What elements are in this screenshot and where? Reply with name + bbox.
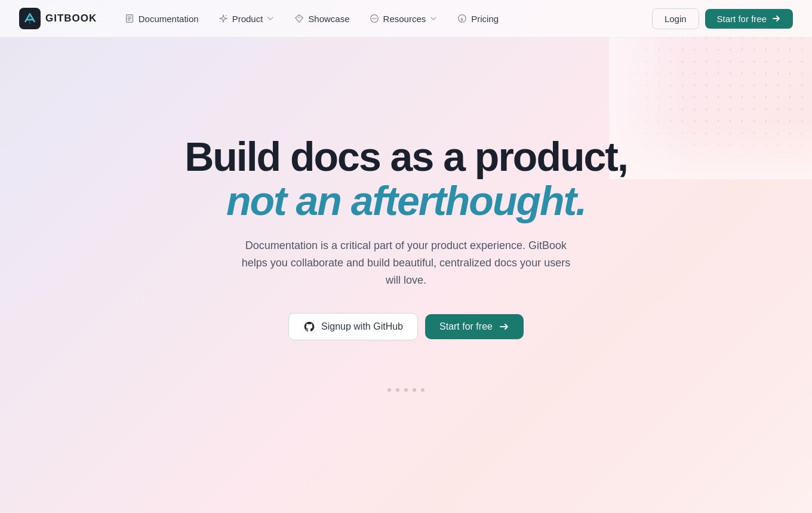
hero-title-line2: not an afterthought. <box>226 178 586 223</box>
navbar: GITBOOK Documentation Product <box>0 0 812 38</box>
hero-subtitle: Documentation is a critical part of your… <box>233 237 579 288</box>
logo[interactable]: GITBOOK <box>19 8 97 29</box>
product-chevron-icon <box>266 14 275 23</box>
github-signup-label: Signup with GitHub <box>321 321 403 332</box>
sparkle-icon <box>218 13 229 24</box>
circle-dots-icon <box>369 13 380 24</box>
svg-text:$: $ <box>461 17 464 22</box>
resources-chevron-icon <box>429 14 438 23</box>
login-button[interactable]: Login <box>652 8 699 29</box>
nav-item-pricing[interactable]: $ Pricing <box>448 8 507 29</box>
nav-documentation-label: Documentation <box>139 14 199 24</box>
nav-links: Documentation Product Showcase <box>116 8 507 29</box>
hero-title: Build docs as a product, not an aftertho… <box>184 135 628 223</box>
hero-title-line1: Build docs as a product, <box>184 134 628 179</box>
nav-showcase-label: Showcase <box>308 14 349 24</box>
start-button-nav-label: Start for free <box>717 14 767 24</box>
nav-item-product[interactable]: Product <box>210 8 284 29</box>
svg-point-12 <box>372 18 373 19</box>
hero-section: Build docs as a product, not an aftertho… <box>0 0 812 513</box>
hero-buttons: Signup with GitHub Start for free <box>184 313 628 340</box>
hero-content: Build docs as a product, not an aftertho… <box>184 135 628 391</box>
gitbook-logo-icon <box>19 8 41 29</box>
diamond-icon <box>294 13 304 24</box>
arrow-right-icon <box>499 321 509 332</box>
start-free-label: Start for free <box>439 321 493 332</box>
github-icon <box>303 321 315 333</box>
tag-icon: $ <box>457 13 467 24</box>
book-icon <box>124 13 135 24</box>
nav-pricing-label: Pricing <box>471 14 499 24</box>
nav-actions: Login Start for free <box>652 8 793 29</box>
svg-point-10 <box>220 21 220 21</box>
svg-point-14 <box>375 18 376 19</box>
arrow-right-icon-nav <box>771 14 781 23</box>
bottom-dots-decoration <box>184 388 628 392</box>
start-free-button[interactable]: Start for free <box>425 314 524 339</box>
nav-resources-label: Resources <box>383 14 426 24</box>
nav-item-showcase[interactable]: Showcase <box>285 8 358 29</box>
nav-item-documentation[interactable]: Documentation <box>116 8 207 29</box>
start-button-nav[interactable]: Start for free <box>705 9 793 29</box>
logo-text: GITBOOK <box>45 13 97 24</box>
svg-point-13 <box>374 18 375 19</box>
svg-point-9 <box>226 15 227 16</box>
github-signup-button[interactable]: Signup with GitHub <box>288 313 418 340</box>
nav-product-label: Product <box>232 14 263 24</box>
nav-item-resources[interactable]: Resources <box>361 8 447 29</box>
